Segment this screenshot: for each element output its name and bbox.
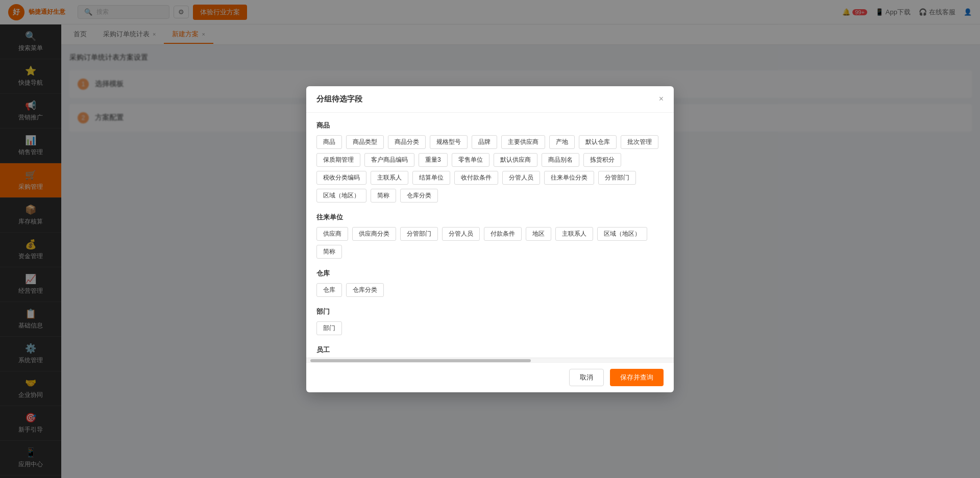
field-tag-default-warehouse[interactable]: 默认仓库: [579, 135, 617, 149]
section-warehouse-title: 仓库: [316, 269, 664, 278]
save-query-button[interactable]: 保存并查询: [610, 369, 664, 386]
field-tag-partner-main-contact[interactable]: 主联系人: [555, 227, 593, 241]
field-tag-batch-manage[interactable]: 批次管理: [621, 135, 658, 149]
department-field-tags: 部门: [316, 321, 664, 335]
field-tag-partner-short[interactable]: 简称: [316, 245, 342, 259]
field-tag-customer-code[interactable]: 客户商品编码: [364, 153, 414, 167]
field-tag-pick-score[interactable]: 拣货积分: [583, 153, 621, 167]
field-tag-payment-condition[interactable]: 付款条件: [484, 227, 522, 241]
section-goods: 商品 商品 商品类型 商品分类 规格型号 品牌 主要供应商 产地 默认仓库 批次…: [316, 121, 664, 203]
field-tag-dept[interactable]: 分管部门: [598, 171, 636, 185]
field-tag-warehouse[interactable]: 仓库: [316, 283, 342, 297]
field-tag-supplier[interactable]: 供应商: [316, 227, 348, 241]
section-goods-title: 商品: [316, 121, 664, 130]
field-tag-area[interactable]: 地区: [526, 227, 551, 241]
field-tag-shelf-life[interactable]: 保质期管理: [316, 153, 360, 167]
field-tag-brand[interactable]: 品牌: [472, 135, 497, 149]
field-tag-main-supplier[interactable]: 主要供应商: [501, 135, 545, 149]
field-tag-default-supplier[interactable]: 默认供应商: [494, 153, 537, 167]
section-employee: 员工 业务员: [316, 345, 664, 358]
field-tag-wh-category[interactable]: 仓库分类: [346, 283, 384, 297]
field-tag-partner-region[interactable]: 区域（地区）: [597, 227, 647, 241]
field-tag-region[interactable]: 区域（地区）: [316, 189, 366, 203]
field-tag-main-contact[interactable]: 主联系人: [371, 171, 408, 185]
modal-dialog: 分组待选字段 × 商品 商品 商品类型 商品分类 规格型号 品牌 主要供应商 产…: [306, 86, 674, 392]
field-tag-spec-model[interactable]: 规格型号: [430, 135, 468, 149]
field-tag-supplier-category[interactable]: 供应商分类: [352, 227, 396, 241]
field-tag-origin[interactable]: 产地: [549, 135, 575, 149]
section-warehouse: 仓库 仓库 仓库分类: [316, 269, 664, 297]
cancel-button[interactable]: 取消: [569, 369, 604, 386]
field-tag-settlement-unit[interactable]: 结算单位: [412, 171, 450, 185]
field-tag-partner-supervisor[interactable]: 分管人员: [442, 227, 480, 241]
modal-footer: 取消 保存并查询: [306, 362, 674, 392]
field-tag-goods-type[interactable]: 商品类型: [346, 135, 384, 149]
section-department: 部门 部门: [316, 307, 664, 335]
modal-body[interactable]: 商品 商品 商品类型 商品分类 规格型号 品牌 主要供应商 产地 默认仓库 批次…: [306, 113, 674, 358]
modal-horizontal-scrollbar[interactable]: [306, 358, 674, 362]
field-tag-partner-dept[interactable]: 分管部门: [400, 227, 438, 241]
section-employee-title: 员工: [316, 345, 664, 355]
section-partner-title: 往来单位: [316, 213, 664, 222]
modal-header: 分组待选字段 ×: [306, 86, 674, 113]
field-tag-warehouse-category[interactable]: 仓库分类: [400, 189, 438, 203]
field-tag-goods-category[interactable]: 商品分类: [388, 135, 426, 149]
warehouse-field-tags: 仓库 仓库分类: [316, 283, 664, 297]
section-partner: 往来单位 供应商 供应商分类 分管部门 分管人员 付款条件 地区 主联系人 区域…: [316, 213, 664, 259]
field-tag-supervisor[interactable]: 分管人员: [502, 171, 540, 185]
field-tag-goods-alias[interactable]: 商品别名: [542, 153, 579, 167]
modal-overlay: 分组待选字段 × 商品 商品 商品类型 商品分类 规格型号 品牌 主要供应商 产…: [0, 0, 980, 478]
field-tag-weight3[interactable]: 重量3: [419, 153, 448, 167]
field-tag-payment-terms[interactable]: 收付款条件: [454, 171, 498, 185]
goods-field-tags: 商品 商品类型 商品分类 规格型号 品牌 主要供应商 产地 默认仓库 批次管理 …: [316, 135, 664, 203]
modal-title: 分组待选字段: [316, 94, 362, 104]
modal-close-button[interactable]: ×: [659, 94, 664, 104]
partner-field-tags: 供应商 供应商分类 分管部门 分管人员 付款条件 地区 主联系人 区域（地区） …: [316, 227, 664, 259]
field-tag-retail-unit[interactable]: 零售单位: [452, 153, 489, 167]
field-tag-partner-category[interactable]: 往来单位分类: [544, 171, 594, 185]
field-tag-tax-code[interactable]: 税收分类编码: [316, 171, 366, 185]
field-tag-goods[interactable]: 商品: [316, 135, 342, 149]
field-tag-short-name[interactable]: 简称: [371, 189, 396, 203]
section-department-title: 部门: [316, 307, 664, 316]
field-tag-department[interactable]: 部门: [316, 321, 342, 335]
